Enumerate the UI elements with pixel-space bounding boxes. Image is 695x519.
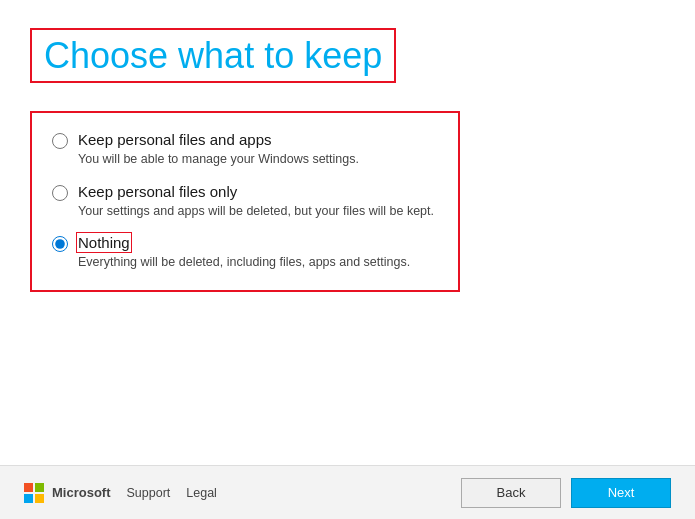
back-button[interactable]: Back xyxy=(461,478,561,508)
radio-keep-files-only[interactable] xyxy=(52,185,68,201)
page-title: Choose what to keep xyxy=(30,28,396,83)
ms-logo-green xyxy=(35,483,44,492)
option-desc-keep-files-apps: You will be able to manage your Windows … xyxy=(78,151,438,169)
footer-buttons: Back Next xyxy=(461,478,671,508)
option-title-keep-files-apps: Keep personal files and apps xyxy=(78,131,271,148)
ms-logo-blue xyxy=(24,494,33,503)
radio-keep-files-apps[interactable] xyxy=(52,133,68,149)
legal-link[interactable]: Legal xyxy=(186,486,217,500)
option-desc-keep-files-only: Your settings and apps will be deleted, … xyxy=(78,203,438,221)
microsoft-name: Microsoft xyxy=(52,485,111,500)
option-title-nothing: Nothing xyxy=(78,234,130,251)
footer-brand: Microsoft xyxy=(24,483,111,503)
radio-nothing[interactable] xyxy=(52,236,68,252)
ms-logo-red xyxy=(24,483,33,492)
footer: Microsoft Support Legal Back Next xyxy=(0,465,695,519)
footer-links: Support Legal xyxy=(127,486,217,500)
next-button[interactable]: Next xyxy=(571,478,671,508)
options-container: Keep personal files and apps You will be… xyxy=(30,111,460,292)
support-link[interactable]: Support xyxy=(127,486,171,500)
option-nothing: Nothing Everything will be deleted, incl… xyxy=(52,234,438,272)
option-keep-files-only: Keep personal files only Your settings a… xyxy=(52,183,438,221)
option-desc-nothing: Everything will be deleted, including fi… xyxy=(78,254,438,272)
ms-logo-yellow xyxy=(35,494,44,503)
option-title-keep-files-only: Keep personal files only xyxy=(78,183,237,200)
microsoft-logo xyxy=(24,483,44,503)
option-keep-files-apps: Keep personal files and apps You will be… xyxy=(52,131,438,169)
main-content: Choose what to keep Keep personal files … xyxy=(0,0,695,292)
